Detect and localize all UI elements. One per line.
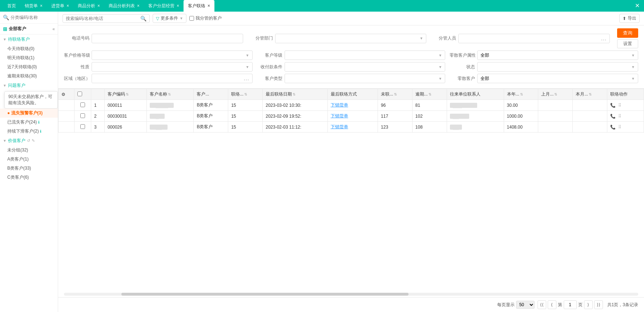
filter-zero-attr-select[interactable]: 全部 ▼ [477, 50, 638, 60]
tab-sales-close[interactable]: × [40, 3, 43, 8]
setting-button[interactable]: 设置 [617, 39, 638, 48]
tab-customer-contact[interactable]: 客户联络 × [184, 0, 214, 12]
tab-sales[interactable]: 销货单 × [20, 0, 47, 12]
sidebar-tooltip: 90天未交易的客户，可能有流失风险。 [4, 91, 58, 109]
page-input[interactable] [564, 300, 577, 309]
first-page-button[interactable]: ⟨⟨ [538, 300, 546, 309]
cell-checkbox[interactable] [74, 100, 91, 111]
main-search-input[interactable] [66, 16, 139, 21]
col-overdue[interactable]: 逾期... ⇅ [412, 89, 447, 100]
export-button[interactable]: ⬆ 导出 [619, 14, 640, 23]
action-contact-icon[interactable]: 📞 [610, 103, 616, 108]
cell-checkbox[interactable] [74, 111, 91, 122]
filter-price-level-select[interactable]: ▼ [92, 50, 253, 60]
col-type[interactable]: 客户... [194, 89, 228, 100]
date-sort-icon: ⇅ [293, 92, 295, 96]
last-contact-way-link[interactable]: 下销货单 [331, 113, 348, 118]
sidebar-collapse-icon[interactable]: « [52, 27, 55, 32]
tab-customer-tier-close[interactable]: × [177, 3, 179, 8]
action-more-icon[interactable]: ⠿ [618, 125, 621, 130]
filter-nature-select[interactable]: ▼ [92, 62, 253, 72]
more-filter-button[interactable]: ▽ 更多条件 ▼ [153, 14, 186, 23]
col-last-contact-way[interactable]: 最后联络方式 [327, 89, 378, 100]
filter-status-select[interactable]: ▼ [477, 62, 638, 72]
action-more-icon[interactable]: ⠿ [618, 103, 621, 108]
select-all-checkbox[interactable] [77, 92, 82, 96]
col-name[interactable]: 客户名称 ⇅ [147, 89, 194, 100]
col-uncontact[interactable]: 未联... ⇅ [378, 89, 412, 100]
last-contact-way-link[interactable]: 下销货单 [331, 102, 348, 108]
info-icon-churned[interactable]: ℹ [38, 120, 40, 124]
col-setting[interactable]: ⚙ [59, 89, 75, 100]
edit-icon[interactable]: ✎ [32, 138, 35, 143]
tab-analysis[interactable]: 商品分析 × [73, 0, 104, 12]
window-close-button[interactable]: ✕ [631, 0, 644, 12]
setting-icon[interactable]: ⚙ [61, 92, 65, 97]
action-contact-icon[interactable]: 📞 [610, 114, 616, 119]
last-contact-way-link[interactable]: 下销货单 [331, 124, 348, 129]
sidebar-group-value[interactable]: ▼ 价值客户 ↺ ✎ [0, 136, 58, 146]
h-scrollbar-thumb[interactable] [121, 293, 408, 296]
sidebar-group-pending[interactable]: ▼ 待联络客户 [0, 35, 58, 44]
tab-purchase-close[interactable]: × [67, 3, 69, 8]
col-checkbox[interactable] [74, 89, 91, 100]
cell-unit-contact: ███ 107... [447, 100, 504, 111]
sidebar-item-declining[interactable]: 持续下滑客户(2) ℹ [0, 127, 58, 136]
sidebar-item-churn-warning[interactable]: ● 流失预警客户(3) [0, 109, 58, 118]
filter-payment-select[interactable]: ▼ [285, 62, 446, 72]
tab-customer-tier[interactable]: 客户分层经营 × [144, 0, 184, 12]
year-sort-icon: ⇅ [520, 92, 523, 96]
main-search-button[interactable]: 🔍 [140, 16, 146, 21]
sidebar-item-classB[interactable]: B类客户(33) [0, 164, 58, 173]
tab-analysis-close[interactable]: × [97, 3, 100, 8]
filter-customer-type-select[interactable]: ▼ [285, 74, 446, 83]
sidebar-item-classA[interactable]: A类客户(1) [0, 155, 58, 164]
tab-customer-contact-close[interactable]: × [208, 3, 210, 8]
sidebar-item-churned[interactable]: 已流失客户(24) ℹ [0, 118, 58, 127]
next-page-button[interactable]: ⟩ [584, 300, 593, 309]
last-page-button[interactable]: ⟩⟩ [594, 300, 603, 309]
filter-zero-attr: 零散客户属性 全部 ▼ [450, 50, 638, 60]
sidebar-item-ungrouped[interactable]: 未分组(32) [0, 146, 58, 155]
query-button[interactable]: 查询 [617, 28, 638, 38]
my-customer-checkbox[interactable] [189, 16, 194, 21]
tab-home[interactable]: 首页 [3, 0, 20, 12]
sidebar-group-problem[interactable]: ▼ 问题客户 [0, 81, 58, 90]
filter-person-select[interactable]: … [458, 34, 610, 43]
prev-page-button[interactable]: ⟨ [548, 300, 556, 309]
filter-region-select[interactable]: … [92, 74, 253, 83]
filter-dept-select[interactable]: ▼ [275, 34, 427, 43]
refresh-icon[interactable]: ↺ [27, 138, 30, 143]
col-this-month[interactable]: 本月... ⇅ [573, 89, 607, 100]
info-icon-declining[interactable]: ℹ [40, 129, 41, 133]
my-customer-checkbox-label[interactable]: 我分管的客户 [189, 15, 222, 21]
sidebar-item-classC[interactable]: C类客户(6) [0, 173, 58, 182]
tab-analysis-list[interactable]: 商品分析列表 × [104, 0, 144, 12]
filter-zero-customer-select[interactable]: 全部 ▼ [477, 74, 638, 83]
action-contact-icon[interactable]: 📞 [610, 125, 616, 130]
col-contact[interactable]: 联络... ⇅ [228, 89, 263, 100]
cell-checkbox[interactable] [74, 122, 91, 133]
col-unit-contact[interactable]: 往来单位联系人 [447, 89, 504, 100]
filter-phone-input[interactable] [92, 34, 243, 43]
col-last-contact-date[interactable]: 最后联络日期 ⇅ [262, 89, 327, 100]
sidebar-item-7days[interactable]: 近7天待联络(0) [0, 62, 58, 72]
tab-analysis-list-close[interactable]: × [137, 3, 140, 8]
action-more-icon[interactable]: ⠿ [618, 114, 621, 119]
sidebar-search-icon: 🔍 [3, 15, 9, 20]
cell-unit-contact: ██ 3... [447, 111, 504, 122]
h-scrollbar[interactable] [64, 293, 638, 296]
sidebar-item-today[interactable]: 今天待联络(0) [0, 44, 58, 53]
sidebar-item-overdue[interactable]: 逾期未联络(30) [0, 72, 58, 81]
col-last-month[interactable]: 上月... ⇅ [538, 89, 573, 100]
filter-customer-level-select[interactable]: ▼ [285, 50, 446, 60]
region-more-icon[interactable]: … [243, 75, 249, 82]
col-this-year[interactable]: 本年... ⇅ [504, 89, 538, 100]
per-page-dropdown[interactable]: 50 100 200 [516, 301, 535, 309]
tab-purchase[interactable]: 进货单 × [47, 0, 73, 12]
cell-this-month [573, 100, 607, 111]
col-code[interactable]: 客户编码 ⇅ [104, 89, 147, 100]
sidebar-search-input[interactable] [11, 15, 58, 20]
person-more-icon[interactable]: … [601, 35, 607, 42]
sidebar-item-tomorrow[interactable]: 明天待联络(1) [0, 53, 58, 62]
